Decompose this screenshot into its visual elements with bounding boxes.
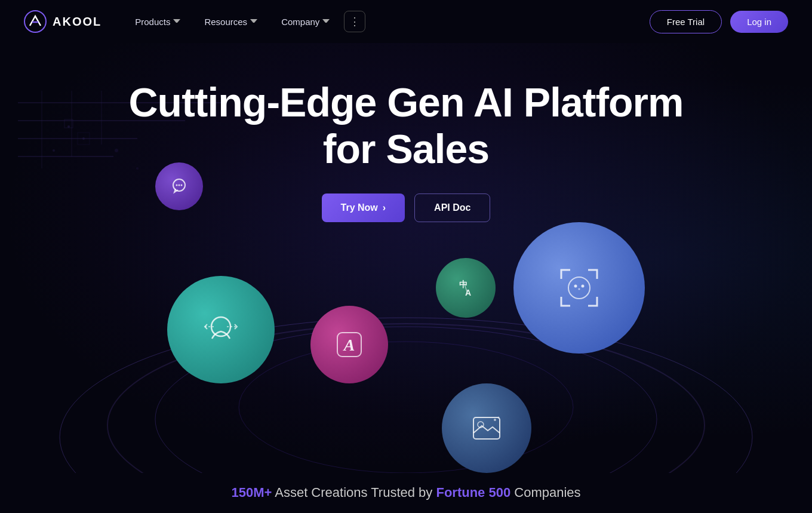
- arrow-right-icon: ›: [383, 202, 386, 213]
- orbit-scene: A 中 A: [0, 127, 812, 473]
- nav-products[interactable]: Products: [125, 12, 190, 32]
- nav-company[interactable]: Company: [272, 12, 339, 32]
- svg-point-29: [568, 277, 590, 299]
- sphere-face-swap: [167, 276, 275, 383]
- api-doc-button[interactable]: API Doc: [414, 193, 490, 222]
- hero-section: Cutting-Edge Gen AI Platform for Sales T…: [0, 43, 812, 473]
- svg-point-35: [494, 419, 496, 421]
- translate-icon: 中 A: [453, 275, 478, 300]
- trust-stat: 150M+ Asset Creations Trusted by Fortune…: [24, 485, 788, 500]
- brand-name: AKOOL: [53, 15, 102, 29]
- svg-point-36: [498, 417, 500, 419]
- navbar: AKOOL Products Resources Company ⋮ Free …: [0, 0, 812, 43]
- svg-point-22: [181, 185, 183, 186]
- svg-point-21: [179, 185, 180, 186]
- login-button[interactable]: Log in: [730, 11, 788, 33]
- svg-point-32: [579, 288, 580, 290]
- svg-text:A: A: [343, 336, 355, 354]
- trust-bar: 150M+ Asset Creations Trusted by Fortune…: [0, 473, 812, 513]
- sphere-face-recognition: [513, 222, 645, 354]
- sphere-ai-presenter: A: [310, 306, 388, 383]
- nav-resources[interactable]: Resources: [195, 12, 267, 32]
- nav-more-button[interactable]: ⋮: [344, 11, 365, 32]
- chevron-down-icon: [322, 19, 330, 24]
- try-now-button[interactable]: Try Now ›: [322, 193, 405, 222]
- face-swap-icon: [200, 309, 242, 351]
- nav-right: Free Trial Log in: [650, 10, 788, 33]
- chevron-down-icon: [173, 19, 180, 24]
- hero-buttons: Try Now › API Doc: [322, 193, 491, 222]
- face-scan-icon: [552, 261, 606, 315]
- chevron-down-icon: [250, 19, 257, 24]
- akool-logo-icon: [24, 10, 47, 33]
- nav-links: Products Resources Company ⋮: [125, 11, 650, 32]
- ai-text-icon: A: [334, 329, 365, 360]
- hero-title: Cutting-Edge Gen AI Platform for Sales: [128, 79, 683, 172]
- svg-point-31: [582, 285, 585, 288]
- orbit-rings: [0, 127, 812, 473]
- image-gen-icon: [469, 410, 505, 446]
- sphere-translate: 中 A: [436, 258, 496, 318]
- sphere-image-gen: [442, 383, 531, 473]
- svg-point-30: [574, 285, 577, 288]
- chat-icon: [168, 176, 190, 197]
- svg-point-20: [176, 185, 178, 186]
- free-trial-button[interactable]: Free Trial: [650, 10, 722, 33]
- logo[interactable]: AKOOL: [24, 10, 102, 33]
